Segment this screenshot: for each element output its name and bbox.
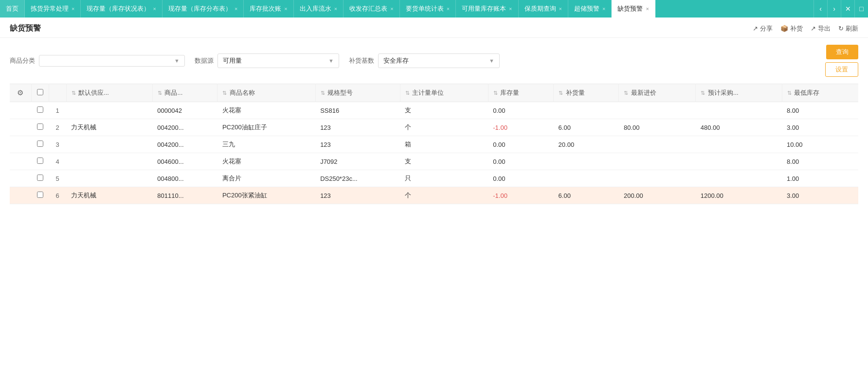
row-settings-2 bbox=[10, 136, 31, 153]
row-check-4[interactable] bbox=[31, 170, 49, 187]
row-latest-price-2 bbox=[619, 136, 696, 153]
row-goods-name-4: 离合片 bbox=[217, 170, 315, 187]
tab-库存批次账[interactable]: 库存批次账 × bbox=[244, 0, 293, 18]
est-purchase-sort-icon[interactable]: ⇅ bbox=[701, 90, 705, 96]
stock-sort-icon[interactable]: ⇅ bbox=[493, 90, 498, 96]
tab-拣货异常处理[interactable]: 拣货异常处理 × bbox=[25, 0, 81, 18]
close-tab-4-icon[interactable]: × bbox=[284, 6, 287, 12]
close-tab-8-icon[interactable]: × bbox=[509, 6, 512, 12]
datasource-select[interactable]: 可用量 ▼ bbox=[217, 53, 339, 68]
row-settings-5 bbox=[10, 187, 31, 204]
row-replenish-0 bbox=[554, 102, 619, 119]
row-checkbox-0[interactable] bbox=[37, 106, 43, 113]
goods-name-sort-icon[interactable]: ⇅ bbox=[222, 90, 227, 96]
replenish-basis-label: 补货基数 bbox=[349, 56, 374, 65]
tab-现存量库存分布表[interactable]: 现存量（库存分布表） × bbox=[163, 0, 244, 18]
close-tab-10-icon[interactable]: × bbox=[602, 6, 605, 12]
close-tab-1-icon[interactable]: × bbox=[72, 6, 74, 12]
min-stock-sort-icon[interactable]: ⇅ bbox=[787, 90, 792, 96]
row-goods-name-2: 三九 bbox=[217, 136, 315, 153]
category-select[interactable]: ▼ bbox=[39, 55, 185, 67]
select-all-checkbox[interactable] bbox=[37, 89, 43, 95]
tab-现存量库存状况表[interactable]: 现存量（库存状况表） × bbox=[81, 0, 162, 18]
tab-nav-buttons: ‹ › ✕ □ bbox=[814, 0, 868, 18]
replenish-sort-icon[interactable]: ⇅ bbox=[559, 90, 563, 96]
close-tab-3-icon[interactable]: × bbox=[235, 6, 237, 12]
tab-next-button[interactable]: › bbox=[827, 0, 841, 18]
goods-code-sort-icon[interactable]: ⇅ bbox=[158, 90, 162, 96]
tab-收发存汇总表[interactable]: 收发存汇总表 × bbox=[344, 0, 399, 18]
row-check-1[interactable] bbox=[31, 119, 49, 136]
replenish-basis-filter: 补货基数 安全库存 ▼ bbox=[349, 53, 500, 68]
close-tab-7-icon[interactable]: × bbox=[447, 6, 450, 12]
row-unit-1: 个 bbox=[400, 119, 488, 136]
close-tab-11-icon[interactable]: × bbox=[646, 6, 649, 12]
unit-sort-icon[interactable]: ⇅ bbox=[405, 90, 410, 96]
row-checkbox-4[interactable] bbox=[37, 175, 43, 181]
row-supplier-2 bbox=[66, 136, 152, 153]
tab-缺货预警[interactable]: 缺货预警 × bbox=[612, 0, 655, 18]
tab-出入库流水[interactable]: 出入库流水 × bbox=[294, 0, 344, 18]
table-row: 4 004600... 火花塞 J7092 支 0.00 8.00 bbox=[10, 153, 858, 170]
close-tab-5-icon[interactable]: × bbox=[334, 6, 337, 12]
row-stock-2: 0.00 bbox=[488, 136, 553, 153]
tab-close-current-button[interactable]: ✕ bbox=[841, 0, 854, 18]
row-latest-price-3 bbox=[619, 153, 696, 170]
query-button[interactable]: 查询 bbox=[826, 45, 858, 59]
supplier-sort-icon[interactable]: ⇅ bbox=[72, 90, 76, 96]
tab-保质期查询[interactable]: 保质期查询 × bbox=[519, 0, 568, 18]
row-min-stock-4: 1.00 bbox=[782, 170, 858, 187]
row-check-0[interactable] bbox=[31, 102, 49, 119]
row-checkbox-1[interactable] bbox=[37, 123, 43, 130]
category-filter: 商品分类 ▼ bbox=[10, 55, 185, 67]
row-min-stock-3: 8.00 bbox=[782, 153, 858, 170]
row-supplier-1: 力天机械 bbox=[66, 119, 152, 136]
row-checkbox-3[interactable] bbox=[37, 158, 43, 164]
tab-maximize-button[interactable]: □ bbox=[854, 0, 868, 18]
row-spec-0: SS816 bbox=[315, 102, 400, 119]
close-tab-9-icon[interactable]: × bbox=[559, 6, 562, 12]
col-unit: ⇅ 主计量单位 bbox=[400, 84, 488, 102]
tab-超储预警[interactable]: 超储预警 × bbox=[568, 0, 612, 18]
page-header: 缺货预警 ↗ 分享 📦 补货 ↗ 导出 ↻ 刷新 bbox=[0, 18, 868, 38]
row-supplier-0 bbox=[66, 102, 152, 119]
row-checkbox-5[interactable] bbox=[37, 192, 43, 198]
replenish-button[interactable]: 📦 补货 bbox=[780, 24, 803, 33]
row-checkbox-2[interactable] bbox=[37, 141, 43, 147]
row-num-3: 4 bbox=[49, 153, 66, 170]
table-settings-icon[interactable]: ⚙ bbox=[17, 88, 23, 97]
tab-prev-button[interactable]: ‹ bbox=[814, 0, 827, 18]
close-tab-6-icon[interactable]: × bbox=[390, 6, 393, 12]
row-num-0: 1 bbox=[49, 102, 66, 119]
row-check-3[interactable] bbox=[31, 153, 49, 170]
row-goods-code-4: 004800... bbox=[152, 170, 217, 187]
row-latest-price-4 bbox=[619, 170, 696, 187]
close-tab-2-icon[interactable]: × bbox=[153, 6, 156, 12]
col-num bbox=[49, 84, 66, 102]
export-button[interactable]: ↗ 导出 bbox=[811, 24, 831, 33]
tab-可用量库存账本[interactable]: 可用量库存账本 × bbox=[456, 0, 518, 18]
refresh-button[interactable]: ↻ 刷新 bbox=[838, 24, 858, 33]
row-supplier-5: 力天机械 bbox=[66, 187, 152, 204]
row-unit-4: 只 bbox=[400, 170, 488, 187]
page-title: 缺货预警 bbox=[10, 23, 41, 34]
settings-button[interactable]: 设置 bbox=[825, 62, 858, 77]
row-check-2[interactable] bbox=[31, 136, 49, 153]
export-icon: ↗ bbox=[811, 25, 816, 32]
replenish-basis-select[interactable]: 安全库存 ▼ bbox=[378, 53, 500, 68]
row-replenish-5: 6.00 bbox=[554, 187, 619, 204]
tab-bar: 首页 拣货异常处理 × 现存量（库存状况表） × 现存量（库存分布表） × 库存… bbox=[0, 0, 868, 18]
share-button[interactable]: ↗ 分享 bbox=[753, 24, 773, 33]
row-goods-code-0: 0000042 bbox=[152, 102, 217, 119]
spec-sort-icon[interactable]: ⇅ bbox=[321, 90, 325, 96]
row-stock-3: 0.00 bbox=[488, 153, 553, 170]
row-unit-3: 支 bbox=[400, 153, 488, 170]
row-est-purchase-1: 480.00 bbox=[696, 119, 782, 136]
tab-首页[interactable]: 首页 bbox=[0, 0, 25, 18]
row-settings-0 bbox=[10, 102, 31, 119]
latest-price-sort-icon[interactable]: ⇅ bbox=[624, 90, 628, 96]
row-goods-name-3: 火花塞 bbox=[217, 153, 315, 170]
tab-要货单统计表[interactable]: 要货单统计表 × bbox=[400, 0, 456, 18]
row-check-5[interactable] bbox=[31, 187, 49, 204]
table-header-row: ⚙ ⇅ 默认供应... ⇅ 商品... ⇅ bbox=[10, 84, 858, 102]
